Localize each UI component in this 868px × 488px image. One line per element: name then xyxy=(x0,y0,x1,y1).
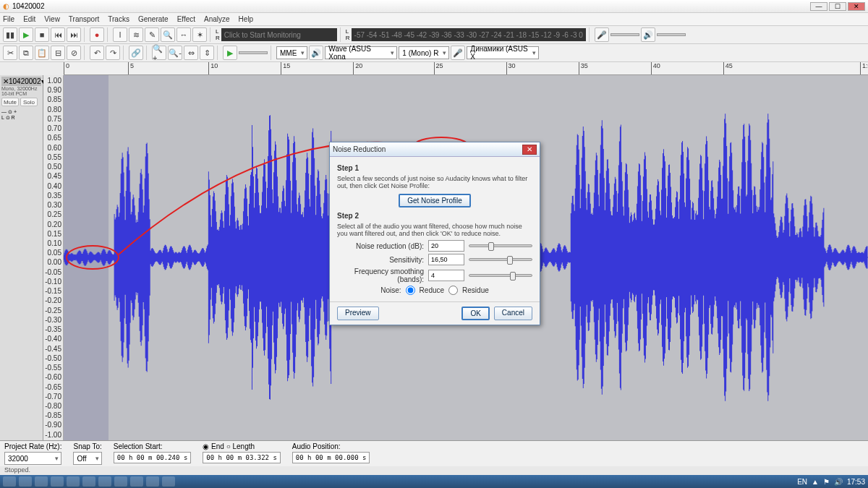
paste-button[interactable]: 📋 xyxy=(35,46,49,60)
menu-help[interactable]: Help xyxy=(239,15,254,23)
dialog-titlebar[interactable]: Noise Reduction ✕ xyxy=(330,142,540,157)
taskbar-app[interactable] xyxy=(67,476,80,487)
minimize-button[interactable]: — xyxy=(810,2,827,11)
preview-button[interactable]: Preview xyxy=(337,307,379,320)
menu-generate[interactable]: Generate xyxy=(138,15,169,23)
window-titlebar: ◐ 10420002 — ☐ ✕ xyxy=(0,0,868,13)
menu-transport[interactable]: Transport xyxy=(69,15,99,23)
taskbar-app[interactable] xyxy=(82,476,95,487)
menu-tracks[interactable]: Tracks xyxy=(108,15,129,23)
end-length-toggle[interactable]: ◉ End ○ Length xyxy=(203,442,281,450)
record-button[interactable]: ● xyxy=(90,27,104,42)
tray-icon[interactable]: ⚑ xyxy=(823,478,830,486)
speed-slider[interactable] xyxy=(239,51,268,54)
channels-dropdown[interactable]: 1 (Mono) R xyxy=(399,46,449,59)
residue-label: Residue xyxy=(462,286,489,294)
menu-file[interactable]: File xyxy=(3,15,14,23)
ruler-tick: 35 xyxy=(579,62,588,74)
freq-smoothing-slider[interactable] xyxy=(469,274,532,277)
taskbar-app[interactable] xyxy=(98,476,111,487)
taskbar-app[interactable] xyxy=(114,476,127,487)
tray-icon[interactable]: 🔊 xyxy=(834,478,843,486)
track-control-panel[interactable]: ✕10420002▾ Mono, 32000Hz 16-bit PCM Mute… xyxy=(0,75,43,440)
clock[interactable]: 17:53 xyxy=(847,478,865,486)
output-device-dropdown[interactable]: Wave (ASUS Xona xyxy=(325,46,397,59)
timeshift-tool[interactable]: ↔ xyxy=(176,27,191,42)
skip-end-button[interactable]: ⏭ xyxy=(67,27,81,42)
speaker-device-icon: 🔊 xyxy=(309,46,323,60)
sensitivity-input[interactable] xyxy=(428,254,464,265)
sensitivity-slider[interactable] xyxy=(469,258,532,261)
taskbar-app[interactable] xyxy=(51,476,64,487)
dialog-close-button[interactable]: ✕ xyxy=(522,145,537,155)
input-device-dropdown[interactable]: Динамики (ASUS X xyxy=(467,46,539,59)
copy-button[interactable]: ⧉ xyxy=(19,46,33,60)
taskbar-app[interactable] xyxy=(130,476,143,487)
play-button[interactable]: ▶ xyxy=(19,27,33,42)
cut-button[interactable]: ✂ xyxy=(3,46,17,60)
noise-reduction-input[interactable] xyxy=(428,240,464,252)
menu-edit[interactable]: Edit xyxy=(23,15,35,23)
get-noise-profile-button[interactable]: Get Noise Profile xyxy=(399,194,471,207)
taskbar-app[interactable] xyxy=(162,476,175,487)
sync-lock-button[interactable]: 🔗 xyxy=(129,46,143,60)
zoom-in-button[interactable]: 🔍+ xyxy=(152,46,166,60)
pause-button[interactable]: ▮▮ xyxy=(3,27,17,42)
close-button[interactable]: ✕ xyxy=(848,2,865,11)
track-close-icon[interactable]: ✕ xyxy=(3,77,9,85)
language-indicator[interactable]: EN xyxy=(797,478,807,486)
trim-button[interactable]: ⊟ xyxy=(51,46,65,60)
reduce-radio[interactable] xyxy=(406,286,415,295)
noise-mode-label: Noise: xyxy=(380,286,401,294)
undo-button[interactable]: ↶ xyxy=(90,46,104,60)
envelope-tool[interactable]: ≋ xyxy=(129,27,143,42)
start-button[interactable] xyxy=(3,476,16,487)
selection-end-field[interactable]: 00 h 00 m 03.322 s xyxy=(203,452,281,463)
track-name[interactable]: 10420002 xyxy=(9,77,41,85)
menu-effect[interactable]: Effect xyxy=(177,15,195,23)
stop-button[interactable]: ■ xyxy=(35,27,49,42)
play-at-speed-button[interactable]: ▶ xyxy=(223,46,237,60)
playback-meter[interactable]: -57 -54 -51 -48 -45 -42 -39 -36 -33 -30 … xyxy=(352,28,586,41)
mic-icon: 🎤 xyxy=(595,27,609,42)
menu-analyze[interactable]: Analyze xyxy=(204,15,230,23)
solo-button[interactable]: Solo xyxy=(20,98,38,106)
residue-radio[interactable] xyxy=(448,286,458,295)
ruler-tick: 0 xyxy=(64,62,69,74)
mic-device-icon: 🎤 xyxy=(451,46,465,60)
noise-reduction-slider[interactable] xyxy=(469,244,532,247)
tray-icon[interactable]: ▲ xyxy=(812,478,819,486)
draw-tool[interactable]: ✎ xyxy=(145,27,159,42)
timeline-ruler[interactable]: 0 5 10 15 20 25 30 35 40 45 1:00 xyxy=(64,62,868,75)
taskbar-app[interactable] xyxy=(35,476,48,487)
menu-view[interactable]: View xyxy=(44,15,60,23)
project-rate-dropdown[interactable]: 32000 xyxy=(4,452,61,465)
fit-selection-button[interactable]: ⇔ xyxy=(184,46,198,60)
skip-start-button[interactable]: ⏮ xyxy=(51,27,65,42)
zoom-out-button[interactable]: 🔍- xyxy=(168,46,182,60)
audio-host-dropdown[interactable]: MME xyxy=(276,46,307,59)
sensitivity-label: Sensitivity: xyxy=(337,256,424,264)
silence-button[interactable]: ⊘ xyxy=(67,46,81,60)
taskbar-app[interactable] xyxy=(19,476,32,487)
reduce-label: Reduce xyxy=(420,286,444,294)
windows-taskbar[interactable]: EN ▲ ⚑ 🔊 17:53 xyxy=(0,475,868,488)
recording-meter[interactable]: Click to Start Monitoring xyxy=(221,28,337,41)
selection-start-field[interactable]: 00 h 00 m 00.240 s xyxy=(114,452,192,463)
mute-button[interactable]: Mute xyxy=(1,98,19,106)
selection-toolbar: Project Rate (Hz): 32000 Snap To: Off Se… xyxy=(0,440,868,466)
maximize-button[interactable]: ☐ xyxy=(829,2,846,11)
freq-smoothing-input[interactable] xyxy=(428,270,464,281)
snap-dropdown[interactable]: Off xyxy=(73,452,101,465)
audio-position-field[interactable]: 00 h 00 m 00.000 s xyxy=(292,452,370,463)
fit-project-button[interactable]: ⇕ xyxy=(200,46,214,60)
zoom-tool[interactable]: 🔍 xyxy=(161,27,175,42)
ok-button[interactable]: OK xyxy=(461,307,489,320)
redo-button[interactable]: ↷ xyxy=(106,46,120,60)
cancel-button[interactable]: Cancel xyxy=(494,307,532,320)
output-volume-slider[interactable] xyxy=(657,33,686,36)
selection-tool[interactable]: I xyxy=(113,27,127,42)
taskbar-app[interactable] xyxy=(146,476,159,487)
multi-tool[interactable]: ✶ xyxy=(192,27,207,42)
input-volume-slider[interactable] xyxy=(610,33,639,36)
